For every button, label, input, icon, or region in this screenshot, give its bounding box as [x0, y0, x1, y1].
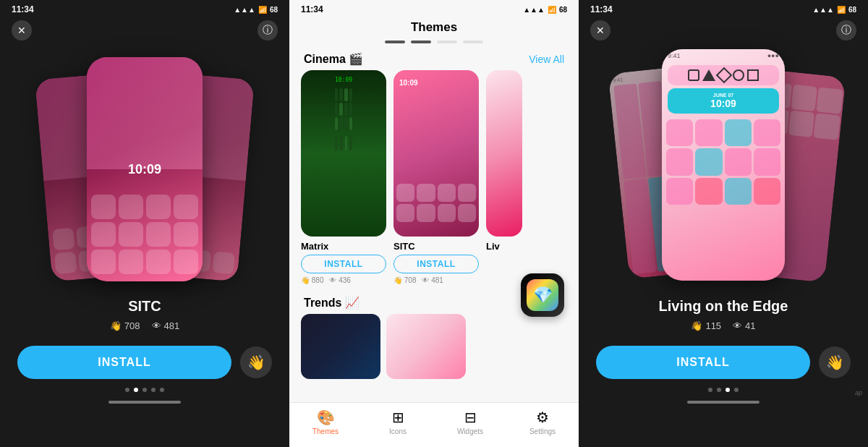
themes-tab-icon: 🎨: [317, 409, 335, 426]
panel-1-title: SITC: [12, 298, 278, 315]
close-button-1[interactable]: ✕: [12, 20, 32, 41]
trend-card-1: [301, 314, 380, 379]
themes-row-cinema: 10:09: [289, 70, 579, 284]
time-3: 11:34: [590, 4, 613, 14]
widgets-tab-icon: ⊟: [464, 409, 477, 426]
theme-name-matrix: Matrix: [301, 241, 386, 252]
theme-name-sitc: SITC: [393, 241, 479, 252]
widgets-tab-label: Widgets: [457, 427, 483, 435]
time-1: 11:34: [12, 4, 34, 14]
dots-3: [579, 379, 868, 398]
settings-tab-label: Settings: [529, 427, 556, 435]
status-icons-1: ▲▲▲ 📶 68: [234, 6, 278, 14]
views-stat-3: 👁 41: [733, 320, 755, 331]
dot-1-2: [134, 388, 138, 392]
scroll-indicators: [289, 38, 579, 46]
theme-stats-sitc: 👋 708 👁 481: [393, 276, 479, 284]
status-icons-3: ▲▲▲ 📶 68: [812, 6, 856, 14]
status-bar-2: 11:34 ▲▲▲ 📶 68: [289, 0, 579, 17]
panel-3-header: ✕ ⓘ: [579, 17, 868, 46]
install-button-3[interactable]: INSTALL: [596, 346, 810, 379]
icons-tab-label: Icons: [389, 427, 407, 435]
tab-bar: 🎨 Themes ⊞ Icons ⊟ Widgets ⚙ Settings: [289, 402, 579, 447]
wifi-icon-3: 📶: [837, 6, 846, 14]
status-icons-2: ▲▲▲ 📶 68: [523, 6, 567, 14]
dot-3-1: [708, 388, 712, 392]
mockup-container-1: 10:09: [0, 46, 289, 292]
install-row-1: INSTALL 👋: [0, 346, 289, 379]
time-2: 11:34: [301, 4, 323, 14]
signal-icon-2: ▲▲▲: [523, 6, 545, 14]
trends-cards-row: [289, 314, 579, 379]
panel-2-title: Themes: [289, 17, 579, 38]
theme-name-liv: Liv: [486, 241, 522, 252]
panel-3-stats: 👋 115 👁 41: [590, 320, 856, 331]
likes-stat-3: 👋 115: [691, 320, 721, 331]
battery-3: 68: [848, 6, 856, 14]
panel-1-header: ✕ ⓘ: [0, 17, 289, 46]
signal-icon-3: ▲▲▲: [812, 6, 834, 14]
dot-1-5: [160, 388, 164, 392]
theme-card-sitc: 10:09 SITC INSTALL 👋 708: [393, 70, 479, 284]
cinema-title: Cinema 🎬: [304, 52, 363, 66]
settings-tab-icon: ⚙: [536, 409, 549, 426]
mockup-container-3: 9:41 9:41●●●: [579, 46, 868, 292]
tab-settings[interactable]: ⚙ Settings: [506, 409, 579, 435]
scroll-dot-1: [385, 41, 405, 43]
tab-widgets[interactable]: ⊟ Widgets: [434, 409, 506, 435]
watermark: ap: [855, 389, 862, 396]
status-bar-3: 11:34 ▲▲▲ 📶 68: [579, 0, 868, 17]
sitc-views: 👁 481: [422, 276, 443, 284]
views-stat-1: 👁 481: [152, 320, 180, 331]
dot-3-3: [726, 388, 730, 392]
wifi-icon-2: 📶: [548, 6, 556, 14]
panel-1-info: SITC 👋 708 👁 481: [0, 292, 289, 346]
scroll-dot-2: [411, 41, 431, 43]
theme-card-liv: Liv: [486, 70, 522, 284]
matrix-views: 👁 436: [329, 276, 350, 284]
info-button-1[interactable]: ⓘ: [258, 20, 278, 41]
theme-img-liv: [486, 70, 522, 237]
wifi-icon-1: 📶: [258, 6, 267, 14]
battery-1: 68: [270, 6, 278, 14]
home-indicator-3: [687, 401, 760, 404]
info-button-3[interactable]: ⓘ: [836, 20, 856, 41]
dot-3-2: [717, 388, 721, 392]
install-sitc[interactable]: INSTALL: [393, 255, 479, 273]
panel-2-themes: 11:34 ▲▲▲ 📶 68 Themes Cinema 🎬 View All …: [289, 0, 579, 447]
theme-img-sitc: 10:09: [393, 70, 479, 237]
panel-1-stats: 👋 708 👁 481: [12, 320, 278, 331]
theme-img-matrix: 10:09: [301, 70, 386, 237]
close-button-3[interactable]: ✕: [590, 20, 610, 41]
main-mockup-1: 10:09: [87, 57, 203, 281]
dot-1-4: [151, 388, 156, 392]
panel-3-title: Living on the Edge: [590, 298, 856, 315]
scroll-dot-3: [437, 41, 457, 43]
likes-stat-1: 👋 708: [110, 320, 140, 331]
scroll-dot-4: [463, 41, 483, 43]
panel-3-info: Living on the Edge 👋 115 👁 41: [579, 292, 868, 346]
gem-floating-icon[interactable]: 💎: [521, 273, 564, 317]
cinema-section-header: Cinema 🎬 View All: [289, 46, 579, 70]
battery-2: 68: [559, 6, 567, 14]
sitc-likes: 👋 708: [393, 276, 416, 284]
install-matrix[interactable]: INSTALL: [301, 255, 386, 273]
panel-1-sitc: 11:34 ▲▲▲ 📶 68 ✕ ⓘ 10:09: [0, 0, 289, 447]
dot-1-3: [142, 388, 147, 392]
tab-themes[interactable]: 🎨 Themes: [289, 409, 362, 435]
status-bar-1: 11:34 ▲▲▲ 📶 68: [0, 0, 289, 17]
trends-title: Trends 📈: [304, 296, 359, 310]
trend-card-2: [386, 314, 466, 379]
tab-icons[interactable]: ⊞ Icons: [362, 409, 434, 435]
dots-1: [0, 379, 289, 398]
wave-button-3[interactable]: 👋: [819, 346, 851, 378]
icons-tab-icon: ⊞: [392, 409, 404, 426]
view-all-cinema[interactable]: View All: [529, 54, 564, 65]
theme-stats-matrix: 👋 880 👁 436: [301, 276, 386, 284]
dot-1-1: [125, 388, 129, 392]
home-indicator-1: [109, 401, 181, 404]
wave-button-1[interactable]: 👋: [240, 346, 272, 378]
signal-icon-1: ▲▲▲: [234, 6, 255, 14]
dot-3-4: [734, 388, 739, 392]
install-button-1[interactable]: INSTALL: [17, 346, 231, 379]
